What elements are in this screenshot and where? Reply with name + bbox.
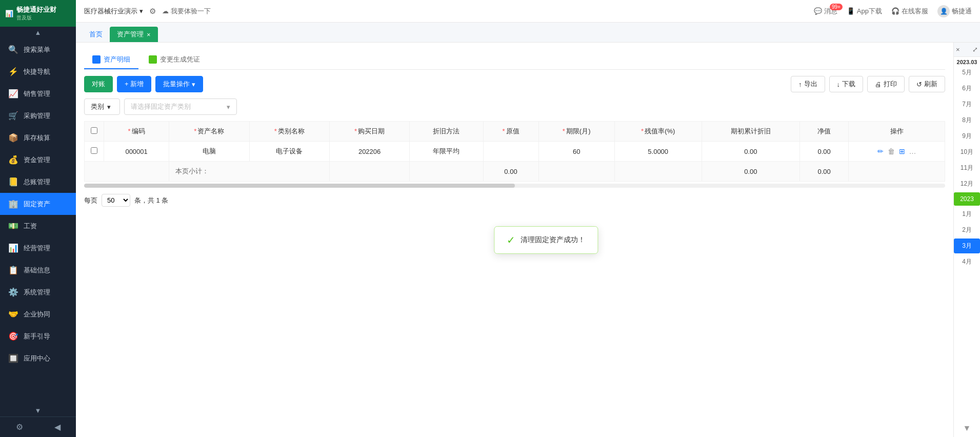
sidebar-bottom: ⚙ ◀ xyxy=(0,416,76,437)
th-checkbox xyxy=(85,122,104,142)
sidebar-item-enterprise[interactable]: 🤝 企业协同 xyxy=(0,303,76,325)
per-page-select[interactable]: 50 10 20 100 xyxy=(102,194,130,207)
asset-table: *编码 *资产名称 *类别名称 *购买日期 折旧方法 *原值 *期限(月) *残… xyxy=(84,121,945,182)
sidebar-item-operations[interactable]: 📊 经营管理 xyxy=(0,237,76,259)
sidebar: 📊 畅捷通好业财 普及版 ▲ 🔍 搜索菜单 ⚡ 快捷导航 📈 销售管理 🛒 采购… xyxy=(0,0,76,437)
inventory-icon: 📦 xyxy=(8,133,18,143)
fixed-assets-icon: 🏢 xyxy=(8,199,18,209)
app-download-btn[interactable]: 📱 App下载 xyxy=(847,7,882,16)
rp-month-1[interactable]: 1月 xyxy=(954,207,980,222)
experience-btn[interactable]: ☁ 我要体验一下 xyxy=(162,7,211,16)
company-settings-icon[interactable]: ⚙ xyxy=(149,7,156,16)
category-select[interactable]: 类别 ▾ xyxy=(84,98,120,115)
company-selector[interactable]: 医疗器械行业演示 ▾ xyxy=(84,7,143,16)
subtabs: 资产明细 变更生成凭证 xyxy=(84,51,945,70)
row-delete-icon[interactable]: 🗑 xyxy=(888,147,895,155)
rp-year-label: 2023.03 xyxy=(955,57,979,65)
sidebar-item-payroll[interactable]: 💵 工资 xyxy=(0,215,76,237)
new-button[interactable]: + 新增 xyxy=(117,76,151,92)
basic-info-icon: 📋 xyxy=(8,265,18,275)
tab-home[interactable]: 首页 xyxy=(84,27,108,42)
category-input[interactable]: 请选择固定资产类别 ▾ xyxy=(124,98,237,115)
sidebar-scroll-down[interactable]: ▼ xyxy=(0,405,76,416)
sidebar-item-sales[interactable]: 📈 销售管理 xyxy=(0,83,76,105)
rp-month-7[interactable]: 7月 xyxy=(954,97,980,112)
subtab-asset-detail-label: 资产明细 xyxy=(104,55,130,64)
print-button[interactable]: 🖨 打印 xyxy=(867,76,905,92)
sys-mgmt-icon: ⚙️ xyxy=(8,287,18,297)
subtab-change-voucher[interactable]: 变更生成凭证 xyxy=(141,51,208,69)
sidebar-item-search[interactable]: 🔍 搜索菜单 xyxy=(0,38,76,61)
rp-month-2[interactable]: 2月 xyxy=(954,223,980,237)
reconcile-button[interactable]: 对账 xyxy=(84,76,113,92)
purchase-icon: 🛒 xyxy=(8,111,18,121)
rp-month-6[interactable]: 6月 xyxy=(954,81,980,96)
collapse-sidebar-icon[interactable]: ◀ xyxy=(54,422,61,432)
rp-month-4[interactable]: 4月 xyxy=(954,254,980,269)
rp-month-3[interactable]: 3月 xyxy=(954,239,980,253)
th-name: *资产名称 xyxy=(169,122,249,142)
sidebar-item-funds[interactable]: 💰 资金管理 xyxy=(0,149,76,171)
row-copy-icon[interactable]: ⊞ xyxy=(899,147,905,155)
row-original-value xyxy=(483,142,538,162)
message-badge: 99+ xyxy=(830,4,843,10)
main-area: 医疗器械行业演示 ▾ ⚙ ☁ 我要体验一下 💬 消息 99+ 📱 App下载 🎧… xyxy=(76,0,980,437)
sidebar-item-quick-nav[interactable]: ⚡ 快捷导航 xyxy=(0,61,76,83)
rp-month-8[interactable]: 8月 xyxy=(954,113,980,128)
sidebar-label-guide: 新手引导 xyxy=(24,332,50,341)
row-residual-rate: 5.0000 xyxy=(614,142,702,162)
table-scrollbar[interactable] xyxy=(84,184,945,188)
settings-gear-icon[interactable]: ⚙ xyxy=(16,422,23,432)
new-label: + 新增 xyxy=(125,80,144,89)
sidebar-scroll-up[interactable]: ▲ xyxy=(0,27,76,38)
sidebar-label-purchase: 采购管理 xyxy=(24,111,50,121)
rp-month-10[interactable]: 10月 xyxy=(954,145,980,160)
sidebar-item-fixed-assets[interactable]: 🏢 固定资产 xyxy=(0,193,76,215)
export-button[interactable]: ↑ 导出 xyxy=(791,76,825,92)
rp-scroll-down-btn[interactable]: ▼ xyxy=(959,420,975,437)
app-icon: 📱 xyxy=(847,7,855,15)
sidebar-item-app-center[interactable]: 🔲 应用中心 xyxy=(0,347,76,369)
print-icon: 🖨 xyxy=(875,81,882,88)
tab-asset-management[interactable]: 资产管理 × xyxy=(110,27,158,42)
row-more-icon[interactable]: … xyxy=(909,147,916,155)
subtotal-row: 本页小计： 0.00 0.00 0.00 xyxy=(85,162,945,182)
rp-close-icon[interactable]: × xyxy=(956,46,960,53)
message-btn[interactable]: 💬 消息 99+ xyxy=(814,7,837,16)
subtab-asset-detail[interactable]: 资产明细 xyxy=(84,51,138,69)
download-button[interactable]: ↓ 下载 xyxy=(829,76,864,92)
refresh-button[interactable]: ↺ 刷新 xyxy=(909,76,945,92)
sidebar-item-basic-info[interactable]: 📋 基础信息 xyxy=(0,259,76,281)
select-all-checkbox[interactable] xyxy=(91,127,97,134)
sidebar-label-funds: 资金管理 xyxy=(24,155,50,165)
th-residual-rate: *残值率(%) xyxy=(614,122,702,142)
service-icon: 🎧 xyxy=(891,7,899,15)
sidebar-item-ledger[interactable]: 📒 总账管理 xyxy=(0,171,76,193)
app-logo: 📊 畅捷通好业财 普及版 xyxy=(0,0,76,27)
sidebar-item-sys-mgmt[interactable]: ⚙️ 系统管理 xyxy=(0,281,76,303)
sidebar-label-inventory: 库存核算 xyxy=(24,133,50,143)
sidebar-label-search: 搜索菜单 xyxy=(24,45,50,54)
sidebar-item-guide[interactable]: 🎯 新手引导 xyxy=(0,325,76,347)
rp-month-5[interactable]: 5月 xyxy=(954,65,980,80)
row-edit-icon[interactable]: ✏ xyxy=(877,147,884,155)
sidebar-item-inventory[interactable]: 📦 库存核算 xyxy=(0,127,76,149)
service-btn[interactable]: 🎧 在线客服 xyxy=(891,7,928,16)
batch-button[interactable]: 批量操作 ▾ xyxy=(155,76,203,92)
sidebar-item-purchase[interactable]: 🛒 采购管理 xyxy=(0,105,76,127)
rp-year-badge[interactable]: 2023 xyxy=(954,192,980,206)
subtotal-empty1 xyxy=(329,162,409,182)
rp-month-9[interactable]: 9月 xyxy=(954,129,980,144)
payroll-icon: 💵 xyxy=(8,221,18,231)
row-checkbox[interactable] xyxy=(91,147,97,154)
rp-expand-icon[interactable]: ⤢ xyxy=(972,46,978,53)
user-btn[interactable]: 👤 畅捷通 xyxy=(937,5,972,17)
logo-subtitle: 普及版 xyxy=(16,14,56,22)
th-depreciation-method: 折旧方法 xyxy=(410,122,483,142)
rp-month-12[interactable]: 12月 xyxy=(954,176,980,191)
rp-month-11[interactable]: 11月 xyxy=(954,161,980,175)
table-scrollbar-thumb xyxy=(84,184,515,188)
tab-close-icon[interactable]: × xyxy=(147,31,151,38)
refresh-label: 刷新 xyxy=(924,80,937,89)
enterprise-icon: 🤝 xyxy=(8,309,18,319)
